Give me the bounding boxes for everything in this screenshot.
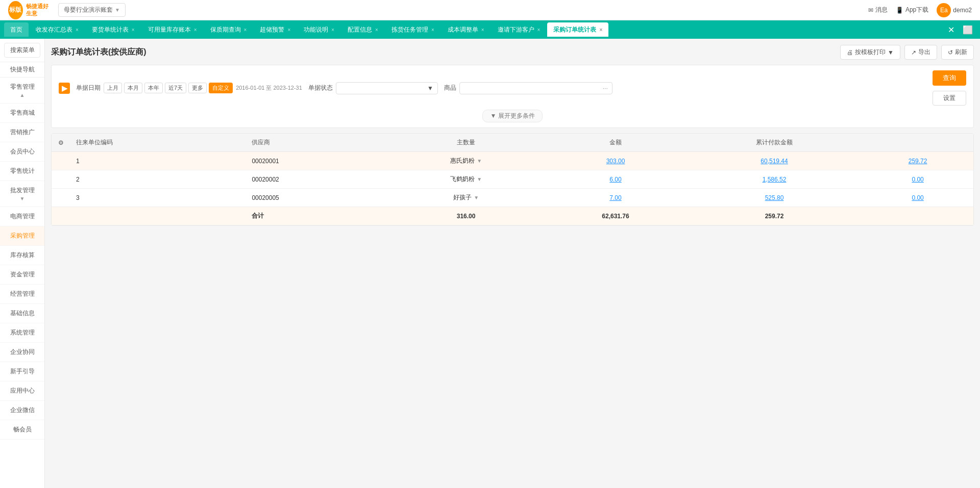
close-icon[interactable]: × (599, 27, 602, 33)
ellipsis-icon[interactable]: ··· (603, 85, 608, 92)
sidebar-item-member-center[interactable]: 会员中心 (0, 142, 44, 162)
chevron-down-icon: ▲ (20, 92, 25, 98)
print-btn[interactable]: 🖨 按模板打印 ▼ (840, 45, 900, 60)
tab-func-desc[interactable]: 功能说明 × (298, 22, 340, 37)
sidebar: 搜索菜单 快捷导航 零售管理 ▲ 零售商城 营销推广 会员中心 零售统计 批发管… (0, 39, 45, 488)
logo-text: 畅捷通好生意 (26, 3, 53, 16)
sidebar-item-sys-mgmt[interactable]: 系统管理 (0, 323, 44, 343)
tab-cost-adjust[interactable]: 成本调整单 × (442, 22, 491, 37)
sidebar-item-stock-check[interactable]: 库存核算 (0, 246, 44, 265)
sidebar-item-app-center[interactable]: 应用中心 (0, 381, 44, 401)
sidebar-item-purchase-mgmt[interactable]: 采购管理 (0, 226, 44, 246)
tab-invite-downstream[interactable]: 邀请下游客户 × (492, 22, 547, 37)
footer-amount: 62,631.76 (545, 207, 687, 225)
date-this-year-btn[interactable]: 本年 (144, 83, 163, 93)
logo-abbr: 标版 (9, 6, 21, 14)
tab-over-stock[interactable]: 超储预警 × (254, 22, 297, 37)
avatar: Ea (937, 3, 951, 17)
footer-empty-1 (52, 207, 70, 225)
workspace-selector[interactable]: 母婴行业演示账套 ▼ (58, 3, 126, 17)
tab-func-desc-label: 功能说明 (304, 25, 328, 34)
close-icon[interactable]: × (431, 27, 434, 33)
sidebar-item-biz-mgmt[interactable]: 经营管理 (0, 285, 44, 304)
refresh-btn[interactable]: ↺ 刷新 (941, 45, 974, 60)
sidebar-item-corp-collab[interactable]: 企业协同 (0, 343, 44, 362)
close-icon[interactable]: × (537, 27, 541, 33)
export-icon: ↗ (911, 49, 916, 56)
sidebar-item-corp-wechat[interactable]: 企业微信 (0, 401, 44, 420)
message-label: 消息 (875, 6, 888, 14)
close-icon[interactable]: × (331, 27, 334, 33)
row-amount[interactable]: 525.80 (687, 189, 862, 207)
expand-more-btn[interactable]: ▼ 展开更多条件 (482, 110, 542, 122)
row-paid[interactable]: 259.72 (862, 152, 973, 170)
close-icon[interactable]: × (481, 27, 484, 33)
sidebar-item-fund-mgmt[interactable]: 资金管理 (0, 265, 44, 285)
sidebar-item-basic-info[interactable]: 基础信息 (0, 304, 44, 323)
data-table: ⚙ 往来单位编码 供应商 主数量 金额 累计付款金额 1 00020001 惠氏… (52, 134, 973, 225)
date-last-month-btn[interactable]: 上月 (104, 83, 122, 93)
close-icon[interactable]: × (132, 27, 135, 33)
date-this-month-btn[interactable]: 本月 (124, 83, 142, 93)
sidebar-item-marketing[interactable]: 营销推广 (0, 123, 44, 142)
row-paid[interactable]: 0.00 (862, 170, 973, 189)
tab-purchase-stats[interactable]: 采购订单统计表 × (547, 22, 608, 37)
gear-icon[interactable]: ⚙ (58, 139, 64, 146)
sidebar-item-newbie-guide[interactable]: 新手引导 (0, 362, 44, 381)
date-filter: 单据日期 上月 本月 本年 近7天 更多 自定义 2016-01-01 至 20… (76, 83, 302, 93)
settings-btn[interactable]: 设置 (933, 91, 966, 106)
message-btn[interactable]: ✉ 消息 (868, 6, 888, 14)
tab-available-stock-label: 可用量库存账本 (148, 25, 191, 34)
status-select[interactable]: ▼ (336, 82, 438, 94)
row-qty[interactable]: 7.00 (545, 189, 687, 207)
tab-quality-check[interactable]: 保质期查询 × (204, 22, 253, 37)
export-btn[interactable]: ↗ 导出 (904, 45, 937, 60)
tab-available-stock[interactable]: 可用量库存账本 × (142, 22, 203, 37)
close-all-tabs-btn[interactable]: ✕ (945, 24, 958, 36)
sidebar-item-ecom-mgmt[interactable]: 电商管理 (0, 207, 44, 226)
quick-nav-btn[interactable]: 快捷导航 (0, 62, 44, 78)
date-7days-btn[interactable]: 近7天 (165, 83, 186, 93)
th-qty: 主数量 (387, 134, 545, 152)
row-qty[interactable]: 303.00 (545, 152, 687, 170)
tab-config-info[interactable]: 配置信息 × (341, 22, 384, 37)
row-paid[interactable]: 0.00 (862, 189, 973, 207)
username-label: demo2 (953, 7, 972, 14)
sidebar-item-vip-member[interactable]: 畅会员 (0, 420, 44, 440)
chevron-down-icon: ▼ (477, 176, 482, 182)
sidebar-item-wholesale-mgmt[interactable]: 批发管理 ▼ (0, 181, 44, 207)
query-btn[interactable]: 查询 (933, 70, 966, 86)
table-header-row: ⚙ 往来单位编码 供应商 主数量 金额 累计付款金额 (52, 134, 973, 152)
row-gear (52, 189, 70, 207)
filter-toggle-btn[interactable]: ▶ (59, 83, 70, 94)
tab-collect-send-label: 收发存汇总表 (36, 25, 72, 34)
sidebar-item-retail-mgmt[interactable]: 零售管理 ▲ (0, 78, 44, 104)
tab-order-stats[interactable]: 要货单统计表 × (86, 22, 141, 37)
sidebar-item-retail-shop[interactable]: 零售商城 (0, 104, 44, 123)
user-area[interactable]: Ea demo2 (937, 3, 972, 17)
tab-home[interactable]: 首页 (4, 22, 29, 37)
maximize-btn[interactable]: ⬜ (960, 24, 976, 36)
close-icon[interactable]: × (76, 27, 79, 33)
main-layout: 搜索菜单 快捷导航 零售管理 ▲ 零售商城 营销推广 会员中心 零售统计 批发管… (0, 39, 980, 488)
sidebar-item-retail-stats[interactable]: 零售统计 (0, 162, 44, 181)
goods-input[interactable]: ··· (459, 82, 612, 94)
app-download-label: App下载 (905, 6, 928, 14)
tab-collect-send[interactable]: 收发存汇总表 × (30, 22, 85, 37)
row-amount[interactable]: 1,586.52 (687, 170, 862, 189)
date-more-btn[interactable]: 更多 (188, 83, 207, 93)
close-icon[interactable]: × (375, 27, 378, 33)
row-qty[interactable]: 6.00 (545, 170, 687, 189)
goods-filter-label: 商品 (444, 84, 456, 92)
tab-pick-task[interactable]: 拣货任务管理 × (385, 22, 440, 37)
expand-label: 展开更多条件 (498, 112, 535, 119)
top-right: ✉ 消息 📱 App下载 Ea demo2 (868, 3, 972, 17)
close-icon[interactable]: × (194, 27, 197, 33)
app-download-btn[interactable]: 📱 App下载 (896, 6, 928, 14)
table-row: 2 00020002 飞鹤奶粉▼ 6.00 1,586.52 0.00 (52, 170, 973, 189)
search-menu-btn[interactable]: 搜索菜单 (4, 43, 40, 58)
row-amount[interactable]: 60,519.44 (687, 152, 862, 170)
close-icon[interactable]: × (287, 27, 290, 33)
close-icon[interactable]: × (244, 27, 247, 33)
date-custom-btn[interactable]: 自定义 (209, 83, 233, 93)
